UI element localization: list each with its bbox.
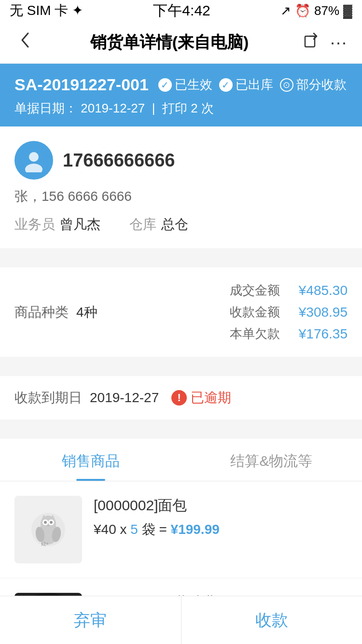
customer-section: 17666666666 张，156 6666 6666 业务员 曾凡杰 仓库 总… bbox=[0, 126, 362, 248]
due-label: 收款到期日 bbox=[14, 389, 82, 407]
more-icon[interactable]: ··· bbox=[330, 32, 348, 53]
cancel-review-label: 弃审 bbox=[74, 609, 107, 631]
clock-icon: ⊙ bbox=[280, 78, 293, 92]
overdue-badge: ! 已逾期 bbox=[171, 389, 231, 407]
page-title: 销货单详情(来自电脑) bbox=[90, 31, 249, 54]
product-qty-1: 5 bbox=[130, 522, 138, 537]
sales-person: 业务员 曾凡杰 bbox=[14, 215, 100, 234]
tab-products[interactable]: 销售商品 bbox=[0, 439, 181, 481]
stats-section: 商品种类 4种 成交金额 ¥485.30 收款金额 ¥308.95 本单欠款 ¥… bbox=[0, 267, 362, 357]
due-date-value: 2019-12-27 bbox=[90, 390, 159, 406]
product-item: 鲲+ [0000002]面包 ¥40 x 5 袋 = ¥199.99 bbox=[0, 481, 362, 578]
check-icon-effective: ✓ bbox=[158, 78, 172, 92]
date-label: 单据日期： bbox=[14, 101, 77, 115]
product-total-1: ¥199.99 bbox=[171, 522, 220, 537]
status-bar: 无 SIM 卡 ✦ 下午4:42 ↗ ⏰ 87% ▓ bbox=[0, 0, 362, 21]
order-badges: ✓ 已生效 ✓ 已出库 ⊙ 部分收款 bbox=[158, 76, 347, 93]
svg-point-3 bbox=[25, 164, 42, 172]
badge-effective-label: 已生效 bbox=[175, 76, 212, 93]
amount-row: 成交金额 ¥485.30 bbox=[230, 282, 348, 299]
order-date-line: 单据日期： 2019-12-27 | 打印 2 次 bbox=[14, 100, 348, 117]
product-multiply-1: x bbox=[120, 522, 131, 537]
alarm-icon: ⏰ bbox=[295, 3, 310, 18]
due-date-section: 收款到期日 2019-12-27 ! 已逾期 bbox=[0, 376, 362, 420]
print-count: 2 bbox=[191, 101, 197, 115]
received-label: 收款金额 bbox=[230, 304, 280, 321]
badge-partial-label: 部分收款 bbox=[296, 76, 347, 93]
order-id: SA-20191227-001 bbox=[14, 75, 149, 94]
type-count: 4种 bbox=[76, 303, 97, 322]
collect-payment-label: 收款 bbox=[255, 609, 288, 631]
tab-underline bbox=[76, 479, 105, 481]
sales-label: 业务员 bbox=[14, 215, 55, 234]
divider-3 bbox=[0, 420, 362, 429]
battery-icon: ▓ bbox=[343, 3, 352, 18]
product-info-1: [0000002]面包 ¥40 x 5 袋 = ¥199.99 bbox=[94, 496, 348, 539]
received-row: 收款金额 ¥308.95 bbox=[230, 304, 348, 321]
badge-partial-payment: ⊙ 部分收款 bbox=[280, 76, 347, 93]
status-left: 无 SIM 卡 ✦ bbox=[10, 1, 83, 20]
received-value: ¥308.95 bbox=[290, 305, 348, 320]
debt-label: 本单欠款 bbox=[230, 325, 280, 342]
battery-text: 87% bbox=[314, 3, 339, 18]
svg-point-9 bbox=[44, 521, 47, 524]
order-header-banner: SA-20191227-001 ✓ 已生效 ✓ 已出库 ⊙ 部分收款 单据日期：… bbox=[0, 64, 362, 126]
amount-label: 成交金额 bbox=[230, 282, 280, 299]
status-time: 下午4:42 bbox=[153, 1, 210, 21]
tab-settlement-label: 结算&物流等 bbox=[230, 453, 312, 469]
share-icon[interactable] bbox=[303, 31, 320, 53]
product-image-owl: 鲲+ bbox=[27, 508, 70, 551]
customer-avatar bbox=[14, 141, 53, 180]
warehouse-label: 仓库 bbox=[129, 215, 156, 234]
nav-bar: 销货单详情(来自电脑) ··· bbox=[0, 21, 362, 64]
print-label: 打印 bbox=[162, 101, 187, 115]
product-equals-1: = bbox=[159, 522, 170, 537]
badge-effective: ✓ 已生效 bbox=[158, 76, 212, 93]
type-label: 商品种类 bbox=[14, 303, 69, 322]
overdue-icon: ! bbox=[171, 390, 187, 406]
tab-settlement[interactable]: 结算&物流等 bbox=[181, 439, 362, 481]
svg-point-10 bbox=[50, 521, 53, 524]
tab-products-label: 销售商品 bbox=[62, 453, 120, 469]
location-icon: ↗ bbox=[280, 3, 291, 18]
warehouse: 仓库 总仓 bbox=[129, 215, 188, 234]
svg-point-2 bbox=[29, 152, 39, 162]
product-type-count: 商品种类 4种 bbox=[14, 303, 230, 322]
overdue-text: 已逾期 bbox=[191, 389, 231, 407]
warehouse-value: 总仓 bbox=[161, 215, 188, 234]
debt-value: ¥176.35 bbox=[290, 326, 348, 342]
nav-actions: ··· bbox=[303, 31, 348, 53]
svg-rect-0 bbox=[305, 36, 315, 47]
product-unit-1: 袋 bbox=[142, 522, 155, 537]
collect-payment-button[interactable]: 收款 bbox=[181, 596, 362, 644]
cancel-review-button[interactable]: 弃审 bbox=[0, 596, 181, 644]
product-price-1: ¥40 bbox=[94, 522, 116, 537]
print-suffix: 次 bbox=[201, 101, 214, 115]
debt-row: 本单欠款 ¥176.35 bbox=[230, 325, 348, 342]
check-icon-shipped: ✓ bbox=[219, 78, 233, 92]
amount-value: ¥485.30 bbox=[290, 283, 348, 298]
product-price-row-1: ¥40 x 5 袋 = ¥199.99 bbox=[94, 520, 348, 539]
divider-1 bbox=[0, 248, 362, 258]
status-right: ↗ ⏰ 87% ▓ bbox=[280, 3, 352, 18]
order-date: 2019-12-27 bbox=[81, 101, 145, 115]
divider-2 bbox=[0, 357, 362, 366]
tab-bar: 销售商品 结算&物流等 bbox=[0, 439, 362, 481]
sales-value: 曾凡杰 bbox=[60, 215, 100, 234]
badge-shipped-label: 已出库 bbox=[236, 76, 273, 93]
bottom-bar: 弃审 收款 bbox=[0, 596, 362, 644]
svg-text:鲲+: 鲲+ bbox=[41, 541, 49, 546]
product-thumbnail-1: 鲲+ bbox=[14, 496, 82, 563]
back-button[interactable] bbox=[14, 27, 36, 58]
badge-shipped: ✓ 已出库 bbox=[219, 76, 273, 93]
financial-stats: 成交金额 ¥485.30 收款金额 ¥308.95 本单欠款 ¥176.35 bbox=[230, 282, 348, 342]
product-name-1: [0000002]面包 bbox=[94, 496, 348, 516]
customer-contact: 张，156 6666 6666 bbox=[14, 187, 348, 206]
customer-meta: 业务员 曾凡杰 仓库 总仓 bbox=[14, 215, 348, 234]
customer-name: 17666666666 bbox=[63, 150, 175, 171]
